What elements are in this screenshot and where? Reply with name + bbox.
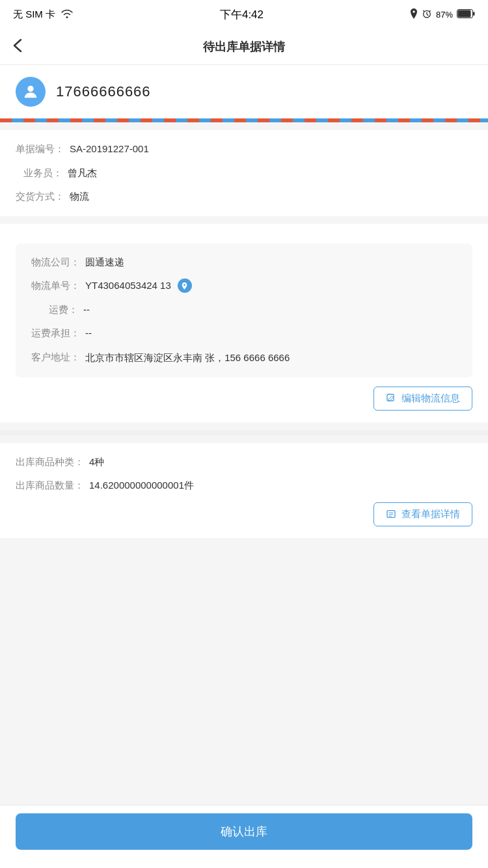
- logistics-freight-bearer-value: --: [85, 326, 457, 341]
- edit-logistics-button[interactable]: 编辑物流信息: [373, 387, 472, 411]
- logistics-company-row: 物流公司： 圆通速递: [31, 255, 457, 270]
- delivery-method-value: 物流: [70, 189, 472, 204]
- order-number-row: 单据编号： SA-20191227-001: [16, 142, 472, 157]
- logistics-company-label: 物流公司：: [31, 255, 85, 270]
- salesman-value: 曾凡杰: [68, 166, 472, 181]
- goods-types-row: 出库商品种类： 4种: [16, 455, 472, 470]
- goods-quantity-label: 出库商品数量：: [16, 478, 89, 493]
- goods-section: 出库商品种类： 4种 出库商品数量： 14.620000000000001件 查…: [0, 443, 488, 538]
- order-info-section: 单据编号： SA-20191227-001 业务员： 曾凡杰 交货方式： 物流: [0, 130, 488, 216]
- carrier-text: 无 SIM 卡: [13, 8, 55, 21]
- goods-quantity-value: 14.620000000000001件: [89, 478, 472, 493]
- logistics-card: 物流公司： 圆通速递 物流单号： YT43064053424 13 运费： --…: [16, 243, 472, 377]
- logistics-address-row: 客户地址： 北京市市辖区海淀区永丰南 张，156 6666 6666: [31, 350, 457, 366]
- avatar: [16, 77, 46, 107]
- delivery-method-label: 交货方式：: [16, 189, 70, 204]
- goods-types-value: 4种: [89, 455, 472, 470]
- bottom-spacer: [0, 546, 488, 650]
- salesman-label: 业务员：: [16, 166, 68, 181]
- status-left: 无 SIM 卡: [13, 8, 74, 21]
- goods-quantity-row: 出库商品数量： 14.620000000000001件: [16, 478, 472, 493]
- back-button[interactable]: [13, 33, 27, 61]
- logistics-freight-bearer-label: 运费承担：: [31, 326, 85, 341]
- logistics-freight-label: 运费：: [31, 303, 83, 318]
- edit-icon: [386, 393, 396, 403]
- salesman-row: 业务员： 曾凡杰: [16, 166, 472, 181]
- svg-rect-2: [457, 10, 470, 17]
- goods-types-label: 出库商品种类：: [16, 455, 89, 470]
- logistics-address-label: 客户地址：: [31, 350, 85, 365]
- logistics-freight-bearer-row: 运费承担： --: [31, 326, 457, 341]
- delivery-method-row: 交货方式： 物流: [16, 189, 472, 204]
- view-btn-row: 查看单据详情: [16, 502, 472, 526]
- status-right: 87%: [410, 8, 475, 21]
- customer-header: 17666666666: [0, 65, 488, 118]
- logistics-freight-value: --: [83, 303, 457, 318]
- logistics-freight-row: 运费： --: [31, 303, 457, 318]
- logistics-address-value: 北京市市辖区海淀区永丰南 张，156 6666 6666: [85, 350, 457, 366]
- logistics-section: 物流公司： 圆通速递 物流单号： YT43064053424 13 运费： --…: [0, 224, 488, 422]
- alarm-status-icon: [422, 8, 432, 21]
- tracking-number: YT43064053424 13: [85, 278, 171, 293]
- svg-rect-3: [473, 12, 475, 16]
- wifi-icon: [61, 9, 74, 20]
- status-time: 下午4:42: [220, 7, 264, 22]
- battery-icon: [457, 9, 475, 20]
- nav-bar: 待出库单据详情: [0, 29, 488, 65]
- confirm-btn-wrap: 确认出库: [0, 805, 488, 868]
- thin-divider: [0, 430, 488, 435]
- page-title: 待出库单据详情: [203, 39, 285, 55]
- battery-text: 87%: [436, 10, 453, 20]
- view-details-button[interactable]: 查看单据详情: [373, 502, 472, 526]
- order-number-value: SA-20191227-001: [70, 142, 472, 157]
- view-details-label: 查看单据详情: [401, 508, 460, 521]
- edit-btn-row: 编辑物流信息: [16, 387, 472, 411]
- logistics-tracking-value: YT43064053424 13: [85, 278, 457, 293]
- tracking-location-icon[interactable]: [178, 278, 192, 293]
- order-number-label: 单据编号：: [16, 142, 70, 157]
- edit-logistics-label: 编辑物流信息: [401, 392, 460, 405]
- list-icon: [386, 509, 396, 519]
- confirm-outbound-button[interactable]: 确认出库: [16, 813, 472, 850]
- location-status-icon: [410, 8, 418, 21]
- logistics-tracking-row: 物流单号： YT43064053424 13: [31, 278, 457, 293]
- logistics-company-value: 圆通速递: [85, 255, 457, 270]
- customer-phone: 17666666666: [56, 83, 151, 100]
- svg-point-4: [27, 86, 33, 92]
- logistics-tracking-label: 物流单号：: [31, 278, 85, 293]
- status-bar: 无 SIM 卡 下午4:42 87%: [0, 0, 488, 29]
- dashed-divider: [0, 118, 488, 122]
